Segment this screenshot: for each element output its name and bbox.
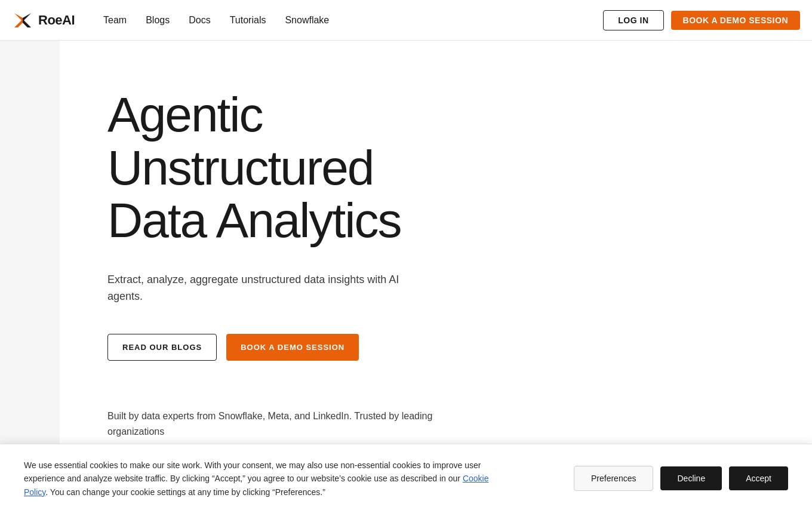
nav-item-blogs[interactable]: Blogs — [146, 15, 170, 26]
book-demo-header-button[interactable]: BOOK A DEMO SESSION — [671, 11, 800, 30]
preferences-button[interactable]: Preferences — [574, 466, 653, 491]
sidebar — [0, 41, 60, 513]
hero-heading: Agentic Unstructured Data Analytics — [107, 88, 525, 247]
cookie-text-before-link: We use essential cookies to make our sit… — [24, 460, 481, 483]
cookie-text: We use essential cookies to make our sit… — [24, 459, 490, 499]
hero-heading-line1: Agentic — [107, 87, 263, 142]
hero-subtitle: Extract, analyze, aggregate unstructured… — [107, 271, 418, 306]
decline-button[interactable]: Decline — [660, 466, 722, 490]
nav-item-team[interactable]: Team — [103, 15, 127, 26]
hero-heading-line3: Data Analytics — [107, 193, 401, 247]
book-demo-hero-button[interactable]: BOOK A DEMO SESSION — [226, 334, 359, 361]
header: RoeAI Team Blogs Docs Tutorials Snowflak… — [0, 0, 812, 41]
logo-icon — [12, 10, 33, 31]
cookie-text-end: .” — [320, 487, 325, 497]
login-button[interactable]: LOG IN — [603, 10, 663, 30]
trusted-text: Built by data experts from Snowflake, Me… — [107, 408, 466, 439]
main-content: Agentic Unstructured Data Analytics Extr… — [60, 41, 812, 513]
read-blogs-button[interactable]: READ OUR BLOGS — [107, 334, 217, 361]
nav-item-snowflake[interactable]: Snowflake — [285, 15, 329, 26]
cookie-actions: Preferences Decline Accept — [574, 466, 788, 491]
logo-text: RoeAI — [38, 13, 75, 28]
logo[interactable]: RoeAI — [12, 10, 75, 31]
nav-item-docs[interactable]: Docs — [189, 15, 210, 26]
cookie-preferences-inline: Preferences — [275, 487, 320, 497]
cookie-banner: We use essential cookies to make our sit… — [0, 444, 812, 513]
main-nav: Team Blogs Docs Tutorials Snowflake — [103, 15, 603, 26]
nav-item-tutorials[interactable]: Tutorials — [230, 15, 266, 26]
page-wrapper: Agentic Unstructured Data Analytics Extr… — [0, 0, 812, 513]
header-actions: LOG IN BOOK A DEMO SESSION — [603, 10, 800, 30]
cookie-text-after-link: . You can change your cookie settings at… — [45, 487, 275, 497]
hero-buttons: READ OUR BLOGS BOOK A DEMO SESSION — [107, 334, 764, 361]
accept-button[interactable]: Accept — [729, 466, 788, 490]
hero-heading-line2: Unstructured — [107, 140, 373, 195]
